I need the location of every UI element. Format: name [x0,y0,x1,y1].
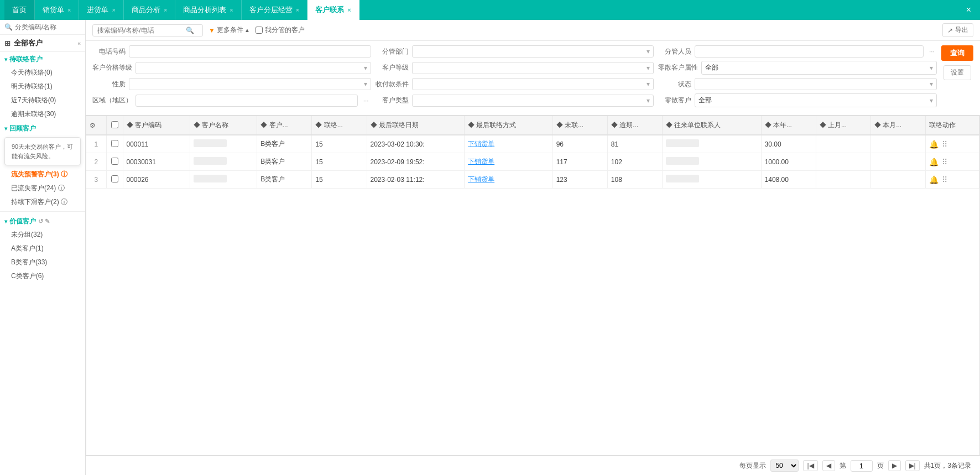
sidebar-search-icon: 🔍 [4,23,13,31]
cell-name-2 [190,171,257,189]
sidebar-item-today-pending[interactable]: 今天待联络(0) [0,66,85,80]
row-checkbox-1[interactable] [111,158,118,165]
select-department[interactable]: ▾ [412,45,654,58]
last-page-button[interactable]: ▶| [905,460,920,471]
select-nature[interactable]: ▾ [129,78,371,90]
prev-page-button[interactable]: ◀ [822,460,835,471]
field-region: 区域（地区） ··· [92,95,371,107]
tab-customer-layer-close[interactable]: × [296,7,299,13]
sidebar-item-class-a[interactable]: A类客户(1) [0,242,85,255]
input-manager[interactable] [695,45,924,58]
sidebar-section-value[interactable]: ▾ 价值客户 ↺ ✎ [0,214,85,228]
page-number-input[interactable] [851,460,873,472]
query-button[interactable]: 查询 [941,45,973,61]
sidebar-search-input[interactable] [15,23,81,31]
sidebar-section-pending[interactable]: ▾ 待联络客户 [0,52,85,66]
input-region[interactable] [135,95,358,107]
tab-customer-layer[interactable]: 客户分层经营 × [242,0,307,20]
chevron-down-icon: ▾ [647,48,650,55]
input-phone[interactable] [129,45,371,58]
last-method-link-1[interactable]: 下销货单 [468,158,494,165]
my-customers-checkbox[interactable] [256,27,263,34]
cell-checkbox-1[interactable] [106,153,123,171]
action-contact-icon-1[interactable]: 🔔 [929,158,939,166]
cell-last-date-1: 2023-02-09 19:52: [367,153,465,171]
cell-this-month-1 [870,153,925,171]
action-more-icon-0[interactable]: ⠿ [942,140,947,149]
sidebar-section-review[interactable]: ▾ 回顾客户 [0,121,85,135]
section-title-pending: 待联络客户 [9,55,43,64]
tab-goods-analysis-close[interactable]: × [164,7,167,13]
row-checkbox-0[interactable] [111,140,118,147]
tab-customer-contact-close[interactable]: × [347,7,351,13]
table-row: 1 000011 B类客户 15 2023-03-02 10:30: 下销货单 … [86,135,979,153]
action-more-icon-1[interactable]: ⠿ [942,158,947,166]
select-status[interactable]: ▾ [695,78,937,90]
action-more-icon-2[interactable]: ⠿ [942,175,947,184]
sidebar-all-customers-header[interactable]: ⊞ 全部客户 « [0,35,85,52]
first-page-button[interactable]: |◀ [803,460,817,471]
chevron-down-icon-6: ▾ [647,80,650,88]
sidebar-item-overdue-pending[interactable]: 逾期未联络(30) [0,107,85,121]
grid-icon: ⊞ [4,39,11,48]
sidebar-item-tomorrow-pending[interactable]: 明天待联络(1) [0,80,85,93]
manager-ellipsis[interactable]: ··· [927,48,937,55]
section-arrow-value: ▾ [4,218,7,225]
select-scattered[interactable]: 全部 ▾ [695,93,937,107]
per-page-select[interactable]: 50 10 20 100 [770,460,799,472]
select-price-level[interactable]: ▾ [135,62,371,74]
tab-goods-analysis-list-close[interactable]: × [230,7,233,13]
sidebar-item-week-pending[interactable]: 近7天待联络(0) [0,93,85,107]
section-title-value: 价值客户 [9,217,36,226]
sidebar-item-churned[interactable]: 已流失客户(24) ⓘ [0,181,85,195]
select-customer-level[interactable]: ▾ [412,62,654,74]
filter-icon: ▼ [208,27,215,34]
cell-contact-person-1 [662,153,761,171]
select-scattered-attr-value: 全部 [705,63,718,72]
cell-checkbox-0[interactable] [106,135,123,153]
cell-checkbox-2[interactable] [106,171,123,189]
tab-home-label: 首页 [12,5,27,15]
action-contact-icon-2[interactable]: 🔔 [929,175,939,184]
tab-goods-analysis[interactable]: 商品分析 × [124,0,175,20]
cell-contact-2: 15 [312,171,367,189]
field-phone: 电话号码 [92,45,371,58]
tab-sales-close[interactable]: × [67,7,71,13]
last-method-link-0[interactable]: 下销货单 [468,140,494,148]
th-checkbox [106,116,123,135]
filter-search-button[interactable]: 🔍 [186,27,194,34]
settings-button[interactable]: 设置 [943,65,971,80]
table-row: 3 000026 B类客户 15 2023-02-03 11:12: 下销货单 … [86,171,979,189]
select-scattered-attr[interactable]: 全部 ▾ [701,61,937,75]
next-page-button[interactable]: ▶ [888,460,901,471]
tab-goods-analysis-list[interactable]: 商品分析列表 × [175,0,241,20]
row-checkbox-2[interactable] [111,175,118,182]
tab-purchase-close[interactable]: × [112,7,115,13]
sidebar-item-ungrouped[interactable]: 未分组(32) [0,228,85,242]
region-ellipsis[interactable]: ··· [361,97,371,105]
sidebar-item-class-b[interactable]: B类客户(33) [0,255,85,269]
cell-contact-0: 15 [312,135,367,153]
tab-home[interactable]: 首页 [4,0,35,20]
last-method-link-2[interactable]: 下销货单 [468,175,494,183]
cell-row-num-2: 3 [86,171,106,189]
export-button[interactable]: ↗ 导出 [942,23,973,37]
cell-contact-1: 15 [312,153,367,171]
sidebar-item-class-c[interactable]: C类客户(6) [0,269,85,283]
sidebar-item-churn-warning[interactable]: 流失预警客户(3) ⓘ [0,168,85,181]
action-contact-icon-0[interactable]: 🔔 [929,140,939,149]
field-payment: 收付款条件 ▾ [376,78,654,90]
collapse-icon[interactable]: « [77,40,81,46]
tab-customer-contact[interactable]: 客户联系 × [307,0,359,20]
filter-search-input[interactable] [97,27,186,34]
my-customers-checkbox-wrap[interactable]: 我分管的客户 [256,25,305,35]
select-all-checkbox[interactable] [111,121,118,128]
tab-sales[interactable]: 销货单 × [35,0,79,20]
select-customer-type[interactable]: ▾ [412,95,654,107]
filter-more-conditions[interactable]: ▼ 更多条件 ▲ [208,25,250,35]
close-all-button[interactable]: × [962,5,976,15]
tab-purchase[interactable]: 进货单 × [79,0,123,20]
select-payment[interactable]: ▾ [412,78,654,90]
sidebar-item-declining[interactable]: 持续下滑客户(2) ⓘ [0,195,85,209]
table-settings-icon[interactable]: ⚙ [90,122,96,129]
